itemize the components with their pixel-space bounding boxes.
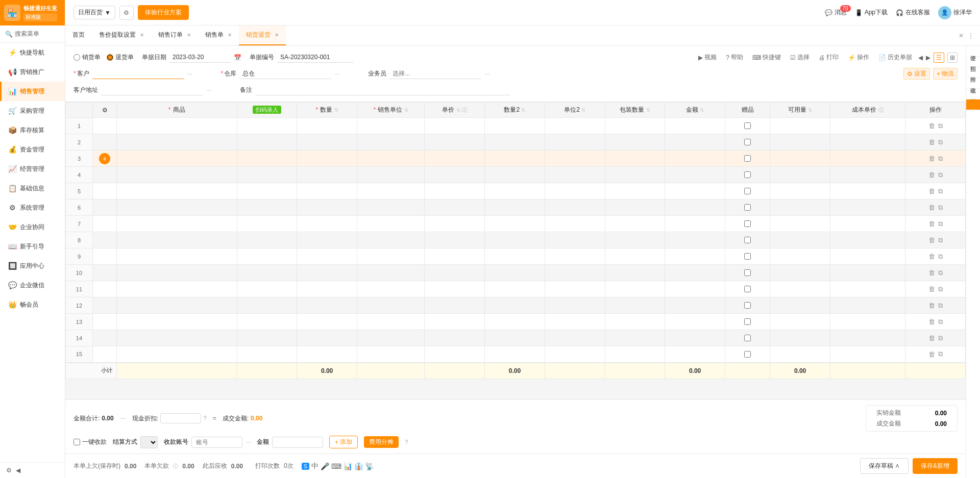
cell-unit2-6[interactable] <box>545 199 605 216</box>
customer-picker[interactable]: ··· <box>187 70 192 78</box>
available-sort[interactable]: ⇅ <box>808 107 812 113</box>
sidebar-item-wechat[interactable]: 💬 企业微信 <box>0 275 65 295</box>
delete-icon-1[interactable]: 🗑 <box>928 122 935 130</box>
cell-qty-8[interactable] <box>297 232 357 248</box>
app-download-btn[interactable]: 📱 App下载 <box>855 8 888 17</box>
cell-product-14[interactable] <box>117 330 237 346</box>
cell-amount-4[interactable] <box>665 167 725 183</box>
copy-icon-13[interactable]: ⧉ <box>938 318 943 326</box>
cell-gift-6[interactable] <box>725 199 770 216</box>
cell-unit-1[interactable] <box>357 118 424 134</box>
tab-home[interactable]: 首页 <box>65 26 92 45</box>
cell-price-2[interactable] <box>425 134 485 150</box>
bottom-icon-4[interactable]: ⌨ <box>331 462 341 470</box>
unit2-sort[interactable]: ⇅ <box>581 107 585 113</box>
cell-qty2-6[interactable] <box>485 199 545 216</box>
delete-icon-5[interactable]: 🗑 <box>928 187 935 195</box>
delete-icon-13[interactable]: 🗑 <box>928 318 935 325</box>
account-picker[interactable]: ··· <box>246 439 251 446</box>
cell-gift-3[interactable] <box>725 150 770 167</box>
cell-unit-5[interactable] <box>357 183 424 199</box>
cell-unit2-11[interactable] <box>545 281 605 297</box>
cell-amount-5[interactable] <box>665 183 725 199</box>
sidebar-item-inventory[interactable]: 📦 库存核算 <box>0 120 65 140</box>
cell-qty-4[interactable] <box>297 167 357 183</box>
cell-unit2-14[interactable] <box>545 330 605 346</box>
th-scan[interactable]: 扫码录入 <box>237 103 297 118</box>
cell-amount-3[interactable] <box>665 150 725 167</box>
tab-sales-delivery[interactable]: 销售单 ✕ <box>198 26 239 45</box>
cell-unit2-4[interactable] <box>545 167 605 183</box>
cell-gift-11[interactable] <box>725 281 770 297</box>
tab-price-setting[interactable]: 售价提取设置 ✕ <box>92 26 151 45</box>
sidebar-item-search[interactable]: 🔍 搜索菜单 <box>0 26 65 43</box>
copy-icon-5[interactable]: ⧉ <box>938 187 943 195</box>
address-picker[interactable]: ··· <box>206 87 211 94</box>
select-btn[interactable]: ☑ 选择 <box>787 52 813 63</box>
cell-price-3[interactable] <box>425 150 485 167</box>
cell-unit2-7[interactable] <box>545 216 605 232</box>
nav-prev[interactable]: ◀ <box>918 54 923 61</box>
cell-product-6[interactable] <box>117 199 237 216</box>
cell-unit2-5[interactable] <box>545 183 605 199</box>
cell-qty2-2[interactable] <box>485 134 545 150</box>
sidebar-bottom[interactable]: ⚙ ◀ <box>0 462 65 478</box>
cell-qty-13[interactable] <box>297 314 357 330</box>
cell-unit-12[interactable] <box>357 297 424 314</box>
cell-price-14[interactable] <box>425 330 485 346</box>
cell-pkgqty-8[interactable] <box>605 232 665 248</box>
gift-checkbox-1[interactable] <box>744 122 751 129</box>
cell-price-12[interactable] <box>425 297 485 314</box>
cell-product-15[interactable] <box>117 346 237 363</box>
cash-discount-input[interactable] <box>160 413 201 423</box>
cell-unit2-3[interactable] <box>545 150 605 167</box>
cell-price-6[interactable] <box>425 199 485 216</box>
cell-product-4[interactable] <box>117 167 237 183</box>
gift-checkbox-13[interactable] <box>744 318 751 325</box>
cell-qty-12[interactable] <box>297 297 357 314</box>
cell-pkgqty-9[interactable] <box>605 248 665 265</box>
delete-icon-9[interactable]: 🗑 <box>928 253 935 260</box>
delete-icon-11[interactable]: 🗑 <box>928 285 935 293</box>
cell-price-8[interactable] <box>425 232 485 248</box>
delete-icon-10[interactable]: 🗑 <box>928 269 935 276</box>
cell-product-7[interactable] <box>117 216 237 232</box>
cell-unit2-10[interactable] <box>545 265 605 281</box>
gift-checkbox-15[interactable] <box>744 351 751 358</box>
cell-qty2-5[interactable] <box>485 183 545 199</box>
cell-qty-10[interactable] <box>297 265 357 281</box>
qty2-sort[interactable]: ⇅ <box>521 107 525 113</box>
amount-input[interactable] <box>272 437 323 448</box>
customer-input[interactable] <box>92 68 184 79</box>
cell-unit-15[interactable] <box>357 346 424 363</box>
delete-icon-2[interactable]: 🗑 <box>928 138 935 146</box>
cell-product-8[interactable] <box>117 232 237 248</box>
cell-unit2-12[interactable] <box>545 297 605 314</box>
address-input[interactable] <box>101 85 203 95</box>
cell-qty2-14[interactable] <box>485 330 545 346</box>
cell-product-12[interactable] <box>117 297 237 314</box>
radio-sale-input[interactable] <box>74 54 80 61</box>
cell-amount-13[interactable] <box>665 314 725 330</box>
radio-return[interactable]: 退货单 <box>107 53 134 62</box>
tab-menu[interactable]: ⋮ <box>968 32 974 39</box>
cell-gift-1[interactable] <box>725 118 770 134</box>
cell-product-10[interactable] <box>117 265 237 281</box>
cell-product-1[interactable] <box>117 118 237 134</box>
cell-product-2[interactable] <box>117 134 237 150</box>
cell-pkgqty-11[interactable] <box>605 281 665 297</box>
cell-price-13[interactable] <box>425 314 485 330</box>
shortcut-key-btn[interactable]: ⌨ 快捷键 <box>749 52 784 63</box>
cell-qty2-7[interactable] <box>485 216 545 232</box>
cell-amount-7[interactable] <box>665 216 725 232</box>
sidebar-item-finance[interactable]: 💰 资金管理 <box>0 140 65 159</box>
cell-qty2-4[interactable] <box>485 167 545 183</box>
sidebar-item-shortcut[interactable]: ⚡ 快捷导航 <box>0 43 65 62</box>
th-settings[interactable]: ⚙ <box>92 103 116 118</box>
right-note-btn[interactable]: 便签 <box>966 46 981 57</box>
cell-amount-11[interactable] <box>665 281 725 297</box>
delete-icon-14[interactable]: 🗑 <box>928 334 935 342</box>
tab-sales-return-close[interactable]: ✕ <box>275 32 279 38</box>
scan-btn[interactable]: 扫码录入 <box>253 106 281 114</box>
calc-select[interactable] <box>140 436 158 448</box>
